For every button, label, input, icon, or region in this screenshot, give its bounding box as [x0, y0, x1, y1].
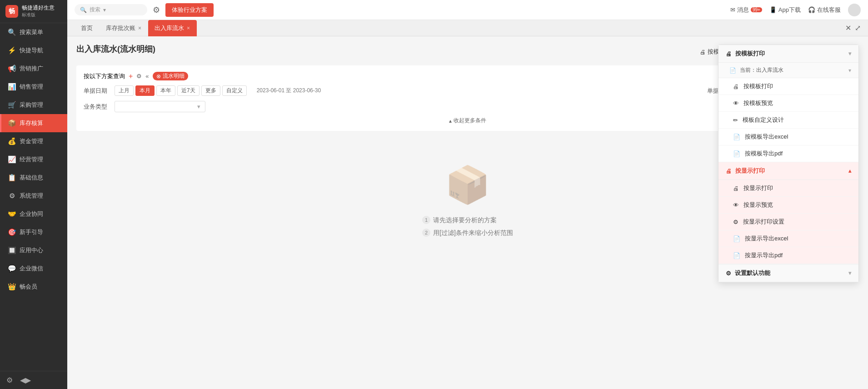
tab-batch-label: 库存批次账	[106, 24, 135, 32]
sidebar-label-finance: 资金管理	[20, 137, 43, 145]
sidebar-label-coop: 企业协同	[20, 210, 43, 218]
tab-home[interactable]: 首页	[75, 20, 100, 36]
dropdown-display-print-settings[interactable]: ⚙ 按显示打印设置	[718, 214, 858, 230]
tab-flow-close[interactable]: ×	[187, 25, 190, 31]
phone-icon: 📱	[769, 6, 777, 13]
sidebar-item-basic[interactable]: 📋 基础信息	[0, 169, 67, 187]
sidebar-item-member[interactable]: 👑 畅会员	[0, 278, 67, 296]
dropdown-display-print[interactable]: 🖨 按显示打印	[718, 180, 858, 197]
sidebar-item-system[interactable]: ⚙ 系统管理	[0, 187, 67, 205]
filter-settings-btn[interactable]: ⚙	[136, 73, 142, 80]
date-btn-this-month[interactable]: 本月	[135, 85, 155, 96]
topbar: 🔍 搜索 ▾ ⚙ 体验行业方案 ✉ 消息 99+ 📱 App下载 🎧 在线客服	[67, 0, 868, 20]
filter-collapse-btn[interactable]: «	[145, 73, 149, 80]
date-btn-custom[interactable]: 自定义	[222, 85, 247, 96]
dropdown-display-preview[interactable]: 👁 按显示预览	[718, 197, 858, 214]
sidebar-item-wechat[interactable]: 💬 企业微信	[0, 259, 67, 278]
collapse-icon[interactable]: ◀▶	[20, 376, 31, 384]
sidebar-icon-guide: 🎯	[8, 228, 16, 236]
empty-tip-2: 2 用[过滤]条件来缩小分析范围	[422, 226, 513, 239]
tab-flow-label: 出入库流水	[155, 24, 184, 32]
pdf-icon-d1: 📄	[733, 252, 740, 259]
sidebar-icon-marketing: 📢	[8, 65, 16, 73]
topbar-icons: ✉ 消息 99+ 📱 App下载 🎧 在线客服	[730, 4, 861, 16]
message-badge: 99+	[751, 7, 762, 12]
sidebar-item-quicknav[interactable]: ⚡ 快捷导航	[0, 41, 67, 60]
dropdown-template-export-pdf[interactable]: 📄 按模板导出pdf	[718, 145, 858, 162]
logo-icon: 畅	[5, 5, 18, 18]
template-print-label: 按模板打印	[743, 82, 773, 90]
message-icon: ✉	[730, 6, 735, 13]
sidebar-item-appcenter[interactable]: 🔲 应用中心	[0, 241, 67, 259]
display-print-settings-label: 按显示打印设置	[743, 218, 784, 226]
sidebar-item-purchase[interactable]: 🛒 采购管理	[0, 96, 67, 114]
tab-batch-close[interactable]: ×	[138, 25, 141, 31]
dropdown-display-export-excel[interactable]: 📄 按显示导出excel	[718, 230, 858, 247]
tip-text-2: 用[过滤]条件来缩小分析范围	[433, 226, 513, 239]
date-btn-more[interactable]: 更多	[201, 85, 220, 96]
user-avatar[interactable]	[848, 4, 861, 16]
sidebar-label-marketing: 营销推广	[20, 65, 43, 73]
sidebar-item-marketing[interactable]: 📢 营销推广	[0, 60, 67, 78]
dropdown-section-display: 🖨 按显示打印 ▴	[718, 162, 858, 180]
tab-flow[interactable]: 出入库流水 ×	[148, 20, 197, 36]
filter-add-btn[interactable]: +	[129, 72, 133, 80]
chevron-up-more-icon: ▴	[449, 118, 452, 124]
sidebar-item-sales[interactable]: 📊 销售管理	[0, 78, 67, 96]
sidebar-label-guide: 新手引导	[20, 228, 43, 236]
sidebar-item-guide[interactable]: 🎯 新手引导	[0, 223, 67, 241]
display-export-excel-label: 按显示导出excel	[745, 234, 788, 243]
settings-gear-icon[interactable]: ⚙	[153, 5, 160, 15]
dropdown-section2-arrow[interactable]: ▴	[848, 168, 851, 174]
online-service-item[interactable]: 🎧 在线客服	[808, 6, 841, 14]
dropdown-section3-arrow[interactable]: ▾	[848, 270, 851, 276]
sidebar-label-wechat: 企业微信	[20, 264, 43, 273]
tip-num-2: 2	[422, 229, 430, 237]
message-icon-item[interactable]: ✉ 消息 99+	[730, 6, 762, 14]
dropdown-section-default[interactable]: ⚙ 设置默认功能 ▾	[718, 264, 858, 282]
app-download-item[interactable]: 📱 App下载	[769, 6, 801, 14]
dropdown-section-template: 🖨 按模板打印 ▾	[718, 45, 858, 63]
template-export-pdf-label: 按模板导出pdf	[745, 150, 783, 158]
sidebar-item-coop[interactable]: 🤝 企业协同	[0, 205, 67, 223]
biz-label: 业务类型	[84, 103, 107, 111]
tip-num-1: 1	[422, 216, 430, 224]
sidebar-item-inventory[interactable]: 📦 库存核算	[0, 114, 67, 132]
restore-icon[interactable]: ⤢	[855, 24, 861, 32]
settings-icon[interactable]: ⚙	[6, 376, 13, 384]
dropdown-section2-label: 按显示打印	[735, 167, 765, 175]
filter-tag[interactable]: ⊗ 流水明细	[153, 72, 188, 80]
dropdown-template-export-excel[interactable]: 📄 按模板导出excel	[718, 129, 858, 145]
dropdown-display-export-pdf[interactable]: 📄 按显示导出pdf	[718, 247, 858, 264]
search-placeholder: 搜索	[90, 6, 100, 14]
sidebar-icon-search: 🔍	[8, 28, 16, 36]
dropdown-section1-arrow[interactable]: ▾	[848, 50, 851, 57]
biz-type-select[interactable]: ▾	[115, 101, 205, 112]
template-preview-label: 按模板预览	[743, 99, 773, 107]
sidebar-item-finance[interactable]: 💰 资金管理	[0, 132, 67, 150]
collapse-more-btn[interactable]: ▴ 收起更多条件	[449, 117, 486, 125]
excel-icon-t1: 📄	[733, 134, 740, 140]
close-all-icon[interactable]: ✕	[845, 24, 851, 32]
printer-icon: 🖨	[700, 49, 706, 55]
dropdown-template-design[interactable]: ✏ 模板自定义设计	[718, 112, 858, 129]
logo-sub: 标准版	[22, 12, 55, 18]
sidebar-icon-quicknav: ⚡	[8, 46, 16, 55]
design-icon-t1: ✏	[733, 117, 738, 124]
search-bar[interactable]: 🔍 搜索 ▾	[75, 4, 147, 15]
industry-btn[interactable]: 体验行业方案	[165, 3, 214, 17]
dropdown-template-print[interactable]: 🖨 按模板打印	[718, 78, 858, 95]
sidebar-item-search[interactable]: 🔍 搜索菜单	[0, 23, 67, 41]
sidebar-label-quicknav: 快捷导航	[20, 46, 43, 55]
sidebar-item-operation[interactable]: 📈 经营管理	[0, 150, 67, 169]
sidebar: 畅 畅捷通好生意 标准版 🔍 搜索菜单 ⚡ 快捷导航 📢 营销推广 📊 销售管理…	[0, 0, 67, 389]
tab-batch[interactable]: 库存批次账 ×	[100, 20, 148, 36]
sidebar-icon-appcenter: 🔲	[8, 246, 16, 254]
date-btn-last-month[interactable]: 上月	[115, 85, 134, 96]
date-btn-this-year[interactable]: 本年	[156, 85, 175, 96]
dropdown-section1-label: 按模板打印	[735, 50, 765, 58]
dropdown-template-preview[interactable]: 👁 按模板预览	[718, 95, 858, 112]
sidebar-label-member: 畅会员	[20, 283, 37, 291]
date-btn-7days[interactable]: 近7天	[177, 85, 200, 96]
empty-illustration: 📦	[445, 164, 490, 206]
